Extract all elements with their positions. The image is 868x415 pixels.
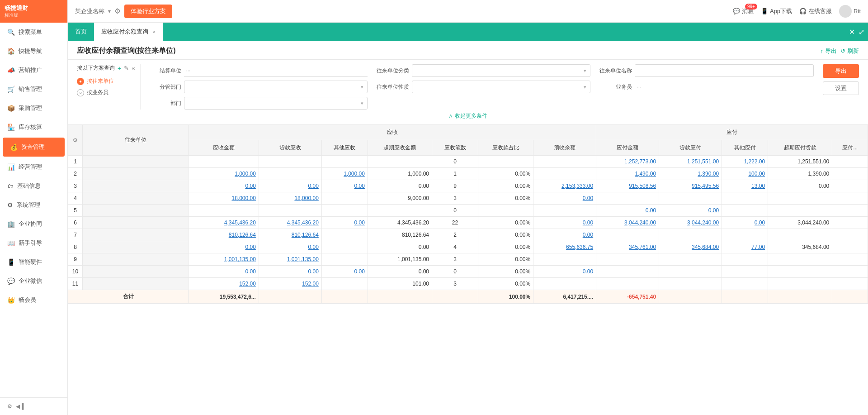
cell-counterparty — [83, 168, 189, 180]
cell-payable-amount — [596, 278, 659, 290]
filter-row-2: 分管部门 ▾ 往来单位性质 ▾ — [150, 81, 814, 93]
select-division[interactable]: ▾ — [184, 81, 368, 93]
cell-ratio: 0.00% — [478, 253, 533, 266]
sidebar-label-sales: 销售管理 — [19, 85, 42, 93]
user-profile[interactable]: Rit — [839, 5, 861, 18]
sidebar-item-guide[interactable]: 📖新手引导 — [0, 234, 67, 253]
edit-scheme-btn[interactable]: ✎ — [124, 65, 129, 72]
sidebar-item-inventory[interactable]: 🏪库存核算 — [0, 118, 67, 137]
query-btn[interactable]: 导出 — [823, 64, 859, 78]
th-overdue-payable: 超期应付货款 — [768, 140, 832, 156]
sidebar-item-purchase[interactable]: 📦采购管理 — [0, 99, 67, 118]
window-expand-btn[interactable]: ⤢ — [859, 28, 864, 36]
label-unit-category: 往来单位分类 — [373, 67, 409, 75]
cell-overdue-payable: 1,390.00 — [768, 168, 832, 180]
cell-prepayment: 0.00 — [533, 192, 596, 205]
cell-overdue-receivable: 1,000.00 — [368, 168, 432, 180]
dropdown-arrow-icon[interactable]: ▾ — [108, 8, 111, 14]
th-counterparty: 往来单位 — [83, 125, 189, 156]
setting-btn[interactable]: 设置 — [823, 81, 859, 95]
cell-overdue-receivable — [368, 205, 432, 217]
cell-prepayment — [533, 253, 596, 266]
collapse-scheme-btn[interactable]: « — [132, 65, 135, 72]
cell-loan-payable: 915,495.56 — [659, 180, 722, 192]
select-department[interactable]: ▾ — [184, 97, 368, 110]
refresh-btn[interactable]: ↺ 刷新 — [840, 47, 859, 55]
sidebar-item-operation[interactable]: 📊经营管理 — [0, 157, 67, 176]
select-unit-category[interactable]: ▾ — [412, 64, 591, 77]
collapse-sidebar-icon[interactable]: ◀▐ — [16, 403, 24, 410]
tab-home-label: 首页 — [75, 28, 87, 36]
tab-home[interactable]: 首页 — [68, 23, 94, 41]
settings-bottom-icon[interactable]: ⚙ — [7, 403, 12, 410]
app-download-item[interactable]: 📱 App下载 — [761, 7, 792, 15]
search-icon: 🔍 — [7, 29, 15, 36]
filter-main-row: 按以下方案查询 + ✎ « ● 按往来单位 ○ 按业务员 — [77, 64, 859, 110]
sidebar-item-basic[interactable]: 🗂基础信息 — [0, 176, 67, 196]
online-service-item[interactable]: 🎧 在线客服 — [799, 7, 832, 15]
cell-receivable-amount — [189, 205, 259, 217]
sidebar-item-sales[interactable]: 🛒销售管理 — [0, 80, 67, 99]
sidebar-item-finance[interactable]: 💰资金管理 — [3, 138, 65, 157]
tab-current-label: 应收应付余额查询 — [101, 28, 148, 36]
total-overdue-payable — [768, 290, 832, 304]
sidebar-item-search[interactable]: 🔍搜索菜单 — [0, 23, 67, 42]
collapse-more-btn[interactable]: ∧ 收起更多条件 — [448, 113, 487, 119]
total-prepayment: 6,417,215.... — [533, 290, 596, 304]
cell-receivable-amount: 0.00 — [189, 266, 259, 278]
scheme-header: 按以下方案查询 + ✎ « — [77, 64, 135, 72]
scheme-item-2[interactable]: ○ 按业务员 — [77, 87, 135, 98]
trial-btn[interactable]: 体验行业方案 — [124, 5, 172, 18]
scheme-active-dot: ● — [77, 78, 84, 85]
cell-loan-payable — [659, 253, 722, 266]
sidebar-label-marketing: 营销推广 — [19, 66, 42, 74]
app-container: 畅捷通财 标准版 🔍搜索菜单🏠快捷导航📣营销推广🛒销售管理📦采购管理🏪库存核算💰… — [0, 0, 868, 415]
sidebar-item-marketing[interactable]: 📣营销推广 — [0, 61, 67, 80]
cell-loan-payable: 1,251,551.00 — [659, 156, 722, 168]
table-row: 2 1,000.00 1,000.00 1,000.00 1 0.00% 1,4… — [68, 168, 868, 180]
cell-no: 11 — [68, 278, 83, 290]
th-group-receivable: 应收 — [189, 125, 596, 140]
cell-ratio: 0.00% — [478, 241, 533, 253]
sidebar-item-quick-nav[interactable]: 🏠快捷导航 — [0, 42, 67, 61]
th-prepayment: 预收余额 — [533, 140, 596, 156]
cell-prepayment: 2,153,333.00 — [533, 180, 596, 192]
sidebar-item-member[interactable]: 👑畅会员 — [0, 291, 67, 310]
select-unit-nature[interactable]: ▾ — [412, 81, 591, 93]
cell-other-receivable: 1,000.00 — [321, 168, 368, 180]
app-name: 畅捷通财 — [5, 4, 28, 12]
table-row: 9 1,001,135.00 1,001,135.00 1,001,135.00… — [68, 253, 868, 266]
app-download-icon: 📱 — [761, 8, 768, 14]
cell-counterparty — [83, 205, 189, 217]
input-unit-name[interactable] — [635, 64, 814, 77]
cell-loan-receivable: 0.00 — [259, 266, 321, 278]
sidebar-item-wechat[interactable]: 💬企业微信 — [0, 272, 67, 291]
tab-current[interactable]: 应收应付余额查询 × — [94, 23, 163, 41]
collapse-bar: ∧ 收起更多条件 — [77, 110, 859, 120]
window-close-btn[interactable]: ✕ — [849, 28, 855, 36]
filter-unit-name: 往来单位名称 — [596, 64, 814, 77]
table-settings-icon[interactable]: ⚙ — [73, 137, 78, 143]
export-btn[interactable]: ↑ 导出 — [821, 47, 837, 55]
sidebar-item-enterprise[interactable]: 🏢企业协同 — [0, 215, 67, 234]
cell-counterparty — [83, 180, 189, 192]
cell-other-receivable: 0.00 — [321, 180, 368, 192]
message-item[interactable]: 💬 消息 99+ — [733, 7, 754, 15]
cell-overdue-receivable: 0.00 — [368, 266, 432, 278]
cell-no: 10 — [68, 266, 83, 278]
input-salesperson[interactable]: ··· — [635, 81, 814, 93]
table-row: 5 0 0.00 0.00 — [68, 205, 868, 217]
cell-count: 0 — [432, 156, 478, 168]
cell-payable-more — [832, 168, 868, 180]
topbar-settings-icon[interactable]: ⚙ — [114, 7, 121, 15]
cell-loan-payable — [659, 278, 722, 290]
tab-close-icon[interactable]: × — [153, 29, 156, 34]
label-division: 分管部门 — [150, 83, 181, 91]
scheme-item-1[interactable]: ● 按往来单位 — [77, 76, 135, 87]
top-bar-left: 某企业名称 ▾ ⚙ 体验行业方案 — [75, 5, 172, 18]
sidebar-label-inventory: 库存核算 — [19, 123, 42, 131]
sidebar-item-hardware[interactable]: 📱智能硬件 — [0, 253, 67, 272]
input-jiesuan[interactable]: ··· — [184, 64, 368, 77]
add-scheme-btn[interactable]: + — [118, 65, 121, 72]
sidebar-item-system[interactable]: ⚙系统管理 — [0, 196, 67, 215]
